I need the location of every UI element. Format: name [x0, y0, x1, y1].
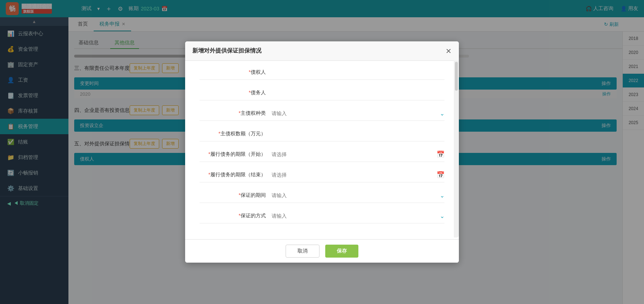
input-claim-type[interactable]	[272, 109, 440, 118]
label-period-start: *履行债务的期限（开始）	[200, 151, 272, 158]
modal-scrollbar[interactable]	[454, 60, 459, 237]
chevron-guarantee-method-icon[interactable]: ⌄	[440, 213, 444, 219]
modal-header: 新增对外提供保证担保情况 ✕	[185, 41, 459, 61]
select-guarantee-period: ⌄	[272, 191, 444, 200]
form-row-creditor: *债权人	[200, 68, 444, 80]
input-debtor[interactable]	[272, 89, 444, 97]
date-period-end: 📅	[272, 171, 444, 179]
form-row-claim-amount: *主债权数额（万元）	[200, 130, 444, 141]
form-row-debtor: *债务人	[200, 89, 444, 100]
input-period-start[interactable]	[272, 150, 437, 159]
label-claim-amount: *主债权数额（万元）	[200, 131, 272, 137]
modal-overlay: 新增对外提供保证担保情况 ✕ *债权人 *债务人 *主	[0, 0, 644, 304]
date-period-start: 📅	[272, 150, 444, 159]
form-row-guarantee-method: *保证的方式 ⌄	[200, 212, 444, 223]
cancel-button[interactable]: 取消	[286, 245, 319, 258]
select-claim-type: ⌄	[272, 109, 444, 118]
label-period-end: *履行债务的期限（结束）	[200, 172, 272, 178]
modal-footer: 取消 保存	[185, 239, 459, 263]
chevron-guarantee-period-icon[interactable]: ⌄	[440, 192, 444, 199]
form-row-guarantee-period: *保证的期间 ⌄	[200, 191, 444, 203]
modal-title: 新增对外提供保证担保情况	[192, 47, 261, 55]
input-guarantee-method[interactable]	[272, 212, 440, 220]
modal: 新增对外提供保证担保情况 ✕ *债权人 *债务人 *主	[185, 41, 459, 263]
calendar-period-start-icon[interactable]: 📅	[437, 150, 444, 158]
calendar-period-end-icon[interactable]: 📅	[437, 171, 444, 179]
input-period-end[interactable]	[272, 171, 437, 179]
chevron-claim-type-icon[interactable]: ⌄	[440, 110, 444, 117]
form-row-claim-type: *主债权种类 ⌄	[200, 109, 444, 121]
modal-close-btn[interactable]: ✕	[446, 47, 452, 55]
select-guarantee-method: ⌄	[272, 212, 444, 220]
label-guarantee-method: *保证的方式	[200, 213, 272, 219]
form-row-period-start: *履行债务的期限（开始） 📅	[200, 150, 444, 162]
input-claim-amount[interactable]	[272, 130, 444, 138]
form-row-period-end: *履行债务的期限（结束） 📅	[200, 171, 444, 182]
label-debtor: *债务人	[200, 90, 272, 96]
label-creditor: *债权人	[200, 69, 272, 76]
label-claim-type: *主债权种类	[200, 110, 272, 117]
modal-scroll-thumb	[455, 62, 458, 91]
label-guarantee-period: *保证的期间	[200, 192, 272, 199]
save-button[interactable]: 保存	[325, 245, 358, 258]
input-creditor[interactable]	[272, 68, 444, 77]
modal-body: *债权人 *债务人 *主债权种类 ⌄	[185, 61, 459, 239]
input-guarantee-period[interactable]	[272, 191, 440, 200]
